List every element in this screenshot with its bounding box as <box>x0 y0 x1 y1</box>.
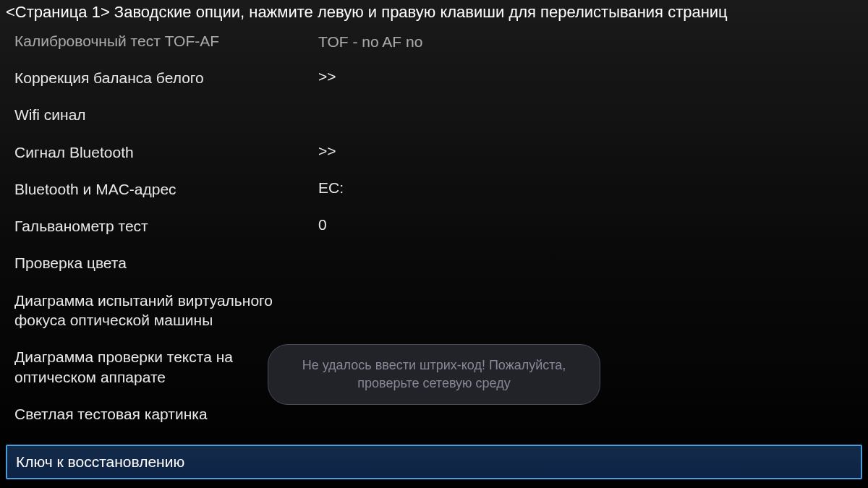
menu-item-label: Bluetooth и MAC-адрес <box>14 179 318 199</box>
menu-item-value: >> <box>318 68 336 85</box>
menu-item-virtual-focus[interactable]: Диаграмма испытаний виртуального фокуса … <box>14 282 854 339</box>
menu-item-value: TOF - no AF no <box>318 33 422 51</box>
menu-item-wifi-signal[interactable]: Wifi синал <box>14 96 854 133</box>
menu-item-recovery-key[interactable]: Ключ к восстановлению <box>6 445 862 479</box>
menu-item-color-check[interactable]: Проверка цвета <box>14 244 854 281</box>
menu-item-label: Диаграмма испытаний виртуального фокуса … <box>14 291 318 330</box>
menu-item-label: Калибровочный тест TOF-AF <box>14 31 318 51</box>
menu-item-white-balance[interactable]: Коррекция баланса белого >> <box>14 59 854 96</box>
menu-item-label: Коррекция баланса белого <box>14 68 318 87</box>
menu-item-label: Проверка цвета <box>14 253 318 273</box>
menu-item-value: EC: <box>318 179 344 197</box>
menu-item-value: 0 <box>318 216 327 234</box>
menu-item-label: Светлая тестовая картинка <box>14 404 318 424</box>
menu-item-label: Ключ к восстановлению <box>16 453 184 471</box>
toast-text: Не удалось ввести штрих-код! Пожалуйста,… <box>294 356 574 393</box>
page-header: <Страница 1> Заводские опции, нажмите ле… <box>0 0 868 25</box>
menu-item-tof-af[interactable]: Калибровочный тест TOF-AF TOF - no AF no <box>14 25 854 59</box>
page-title: <Страница 1> Заводские опции, нажмите ле… <box>6 3 728 21</box>
menu-item-label: Сигнал Bluetooth <box>14 142 318 162</box>
menu-item-galvanometer[interactable]: Гальванометр тест 0 <box>14 207 854 244</box>
menu-item-bluetooth-mac[interactable]: Bluetooth и MAC-адрес EC: <box>14 171 854 207</box>
menu-item-label: Гальванометр тест <box>14 216 318 236</box>
menu-item-label: Wifi синал <box>14 105 318 124</box>
toast-notification: Не удалось ввести штрих-код! Пожалуйста,… <box>268 344 600 405</box>
menu-item-value: >> <box>318 142 336 160</box>
menu-item-bluetooth-signal[interactable]: Сигнал Bluetooth >> <box>14 134 854 171</box>
